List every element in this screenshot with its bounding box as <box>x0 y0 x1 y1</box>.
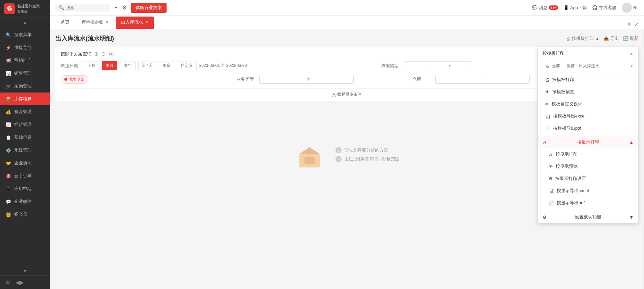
panel-collapse-arrow[interactable]: ▲ <box>629 51 634 56</box>
export-btn[interactable]: 📤 导出 <box>604 35 619 42</box>
date-this-year-btn[interactable]: 本年 <box>120 61 136 70</box>
headset-icon: 🎧 <box>592 5 597 10</box>
sidebar-item-label-purchase: 采购管理 <box>14 83 32 89</box>
date-last-month-btn[interactable]: 上月 <box>84 61 99 70</box>
sidebar-item-inventory[interactable]: 📦 库存核算 <box>0 93 50 105</box>
panel-footer[interactable]: ⚙ 设置默认功能 ▼ <box>538 211 638 223</box>
sidebar-item-enterprise-coop[interactable]: 🤝 企业协同 <box>0 157 50 169</box>
customer-service-action[interactable]: 🎧 在线客服 <box>592 5 616 11</box>
search-add-icon[interactable]: ⊕ <box>94 51 98 57</box>
sidebar-item-system[interactable]: ⚙️ 系统管理 <box>0 144 50 157</box>
refresh-btn[interactable]: 🔄 刷新 <box>623 35 639 42</box>
document-type-arrow-icon: ▼ <box>448 63 468 68</box>
template-export-excel-label: 按模板导出excel <box>553 113 585 119</box>
display-export-pdf-item[interactable]: 📄 按显示导出pdf <box>538 197 638 209</box>
message-action[interactable]: 💬 消息 99+ <box>532 5 558 11</box>
display-export-excel-item[interactable]: 📊 按显示导出excel <box>538 185 638 197</box>
message-badge: 99+ <box>549 5 558 10</box>
sidebar-item-quick-nav[interactable]: ⚡ 快捷导航 <box>0 41 50 54</box>
tab-expand-btn[interactable]: ⤢ <box>634 21 639 27</box>
topbar-settings-icon[interactable]: ⚙ <box>122 4 127 11</box>
template-preview-icon: 👁 <box>545 89 550 95</box>
template-print-label: 按模板打印 <box>552 77 574 83</box>
sidebar-item-finance[interactable]: 💰 资金管理 <box>0 105 50 118</box>
tab-batch-account-close[interactable]: ✕ <box>106 20 109 25</box>
tab-home[interactable]: 首页 <box>55 17 75 29</box>
topbar-search-box[interactable]: 🔍 <box>55 4 110 11</box>
sidebar-item-sales[interactable]: 📊 销售管理 <box>0 67 50 80</box>
tab-close-all-btn[interactable]: ✕ <box>627 21 632 27</box>
sidebar-logo: 畅 畅捷通好生意 标准版 <box>0 0 50 18</box>
template-export-excel-item[interactable]: 📊 按模板导出excel <box>538 110 638 122</box>
print-template-label: 按模板打印 <box>572 35 594 42</box>
tab-batch-account[interactable]: 库存批次账 ✕ <box>76 17 114 29</box>
template-custom-design-item[interactable]: ✏ 模板自定义设计 <box>538 98 638 110</box>
app-download-action[interactable]: 📱 App下载 <box>563 5 587 11</box>
print-template-btn[interactable]: 🖨 按模板打印 ▲ <box>566 35 599 42</box>
display-print-section-header[interactable]: 🖨 按显示打印 ▲ <box>538 136 638 148</box>
date-this-month-btn[interactable]: 本月 <box>102 61 117 70</box>
search-settings-icon[interactable]: ⊙ <box>101 51 106 57</box>
display-pdf-icon: 📄 <box>549 201 554 206</box>
sidebar-scroll-down[interactable]: ▼ <box>0 266 50 275</box>
warehouse-dropdown[interactable]: ··· <box>435 75 530 84</box>
inventory-icon: 📦 <box>5 96 11 102</box>
topbar-dropdown-arrow[interactable]: ▼ <box>114 5 118 10</box>
current-value: 当前：出入库流水 <box>567 63 599 69</box>
marketing-icon: 📢 <box>5 57 11 63</box>
tab-flow[interactable]: 出入库流水 ✕ <box>116 17 154 29</box>
template-print-item[interactable]: 🖨 按模板打印 <box>538 74 638 86</box>
collapse-sidebar-icon[interactable]: ◀▶ <box>16 279 24 286</box>
date-custom-btn[interactable]: 自定义 <box>177 61 197 70</box>
panel-divider-2 <box>538 135 638 135</box>
document-type-dropdown[interactable]: ··· ▼ <box>404 61 471 70</box>
message-icon: 💬 <box>532 5 537 10</box>
sidebar-item-beginner[interactable]: 🎯 新手引导 <box>0 169 50 182</box>
sidebar-bottom: ⚙ ◀▶ <box>0 275 50 289</box>
sidebar-item-basic-info[interactable]: 📋 基础信息 <box>0 131 50 144</box>
panel-current-item[interactable]: 🖨 当前： 当前：出入库流水 ▼ <box>538 60 638 72</box>
template-preview-item[interactable]: 👁 按模板预览 <box>538 86 638 98</box>
sidebar-item-search[interactable]: 🔍 搜索菜单 <box>0 28 50 41</box>
template-export-pdf-item[interactable]: 📄 按模板导出pdf <box>538 122 638 134</box>
export-label: 导出 <box>610 35 619 42</box>
sidebar-item-app-center[interactable]: 📱 应用中心 <box>0 182 50 195</box>
search-collapse-icon[interactable]: ≪ <box>108 51 114 57</box>
panel-title: 按模板打印 <box>543 50 564 56</box>
basic-info-icon: 📋 <box>5 134 11 140</box>
business-type-dropdown[interactable]: ▼ <box>259 75 354 84</box>
sidebar-item-purchase[interactable]: 🛒 采购管理 <box>0 80 50 93</box>
sidebar-item-marketing[interactable]: 📢 营销推广 <box>0 54 50 67</box>
current-expand-icon: ▼ <box>630 64 634 68</box>
sidebar-item-operations[interactable]: 📈 经营管理 <box>0 118 50 131</box>
right-scroll-indicator <box>643 29 644 289</box>
sidebar-item-label-system: 系统管理 <box>14 147 32 153</box>
date-7days-btn[interactable]: 近7天 <box>138 61 156 70</box>
page-title: 出入库流水(流水明细) <box>55 34 114 43</box>
app-center-icon: 📱 <box>5 186 11 192</box>
sidebar-scroll-up[interactable]: ▲ <box>0 18 50 27</box>
sidebar-item-membership[interactable]: 👑 畅会员 <box>0 208 50 221</box>
sidebar-item-label-enterprise-coop: 企业协同 <box>14 160 32 166</box>
display-section-icon: 🖨 <box>543 140 547 145</box>
search-nav-icon: 🔍 <box>5 32 11 38</box>
tab-flow-close[interactable]: ✕ <box>145 20 148 25</box>
svg-marker-1 <box>299 147 320 154</box>
display-preview-item[interactable]: 👁 按显示预览 <box>538 160 638 173</box>
display-print-item[interactable]: 🖨 按显示打印 <box>538 148 638 160</box>
sidebar-item-enterprise-wx[interactable]: 💬 企业微信 <box>0 195 50 208</box>
logo-icon: 畅 <box>4 3 15 14</box>
tag-display-field: 流水明细 <box>61 75 231 84</box>
tab-home-label: 首页 <box>61 19 69 25</box>
flow-detail-tag[interactable]: 流水明细 <box>61 75 88 84</box>
display-print-settings-item[interactable]: ⚙ 按显示打印设置 <box>538 173 638 185</box>
empty-step-1: 1 请先选择要分析的方案 <box>335 147 399 153</box>
step-1-text: 请先选择要分析的方案 <box>344 147 388 153</box>
topbar-search-input[interactable] <box>66 5 107 10</box>
date-more-btn[interactable]: 更多 <box>159 61 174 70</box>
print-chevron-up-icon: ▲ <box>595 36 599 41</box>
user-avatar-action[interactable]: Rit <box>622 3 639 13</box>
settings-bottom-icon[interactable]: ⚙ <box>5 279 10 286</box>
refresh-icon: 🔄 <box>623 36 628 41</box>
trial-btn[interactable]: 体验行业方案 <box>131 3 167 13</box>
